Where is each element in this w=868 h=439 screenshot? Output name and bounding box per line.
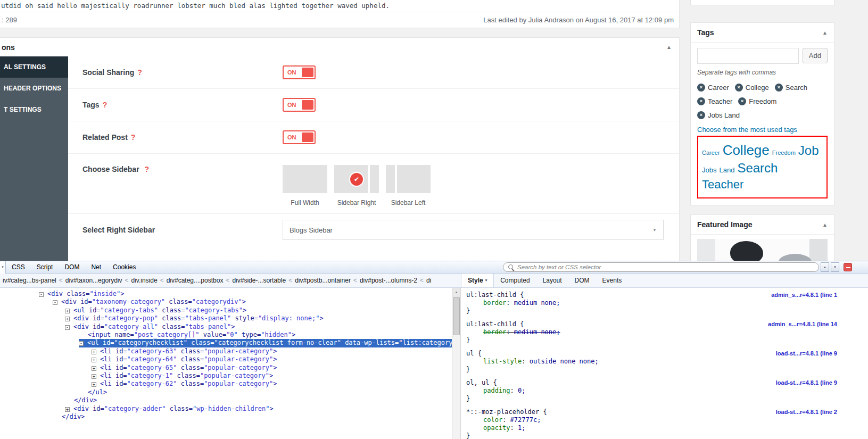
collapse-node-icon[interactable]: - <box>65 325 70 330</box>
collapse-node-icon[interactable]: - <box>79 341 84 346</box>
devtools-tab-net[interactable]: Net <box>85 263 107 271</box>
most-used-tags-link[interactable]: Choose from the most used tags <box>697 126 797 134</box>
attr-value: "tabs-panel" <box>185 314 232 322</box>
remove-tag-icon[interactable]: × <box>738 97 746 105</box>
select-right-sidebar[interactable]: Blogs Sidebar ▼ <box>283 220 664 240</box>
tag-cloud-item[interactable]: Freedom <box>772 150 796 157</box>
collapse-arrow-icon[interactable]: ▲ <box>666 44 672 50</box>
tag-cloud-item[interactable]: Search <box>737 160 778 176</box>
tree-row[interactable]: +<div id="category-pop" class="tabs-pane… <box>0 314 452 322</box>
breadcrumb-item[interactable]: div#postb...ontainer <box>295 277 351 284</box>
tree-row[interactable]: +<ul id="category-tabs" class="category-… <box>0 307 452 314</box>
devtools-search[interactable] <box>503 262 819 272</box>
collapse-node-icon[interactable]: - <box>39 292 44 297</box>
devtools-close-button[interactable] <box>844 263 852 271</box>
stylesheet-link[interactable]: admin_s...r=4.8.1 (line 14 <box>768 320 837 328</box>
expand-node-icon[interactable]: + <box>92 350 96 354</box>
devtools-tab-dom[interactable]: DOM <box>59 263 85 271</box>
expand-node-icon[interactable]: + <box>92 358 96 362</box>
style-tab-dom[interactable]: DOM <box>568 274 596 287</box>
help-icon[interactable]: ? <box>131 133 136 142</box>
devtools-tab-script[interactable]: Script <box>31 263 59 271</box>
style-tab-events[interactable]: Events <box>596 274 629 287</box>
tag-cloud-item[interactable]: Teacher <box>702 177 743 192</box>
expand-node-icon[interactable]: + <box>92 366 96 371</box>
toggle-switch[interactable]: ON <box>283 65 316 79</box>
breadcrumb-item[interactable]: iv#categ...bs-panel <box>3 277 56 284</box>
style-tab-layout[interactable]: Layout <box>536 274 568 287</box>
expand-node-icon[interactable]: + <box>92 382 96 387</box>
scroll-thumb[interactable] <box>453 297 460 335</box>
breadcrumb-item[interactable]: div#taxon...egorydiv <box>65 277 122 284</box>
tree-row[interactable]: <input name="post_category[]" value="0" … <box>0 331 452 339</box>
style-tab-style[interactable]: Style▾ <box>461 274 494 287</box>
breadcrumb-item[interactable]: div#side-...sortable <box>232 277 286 284</box>
css-rule: ul {load-st...r=4.8.1 (line 9list-style:… <box>466 350 837 374</box>
stylesheet-link[interactable]: load-st...r=4.8.1 (line 2 <box>776 408 837 416</box>
tree-row[interactable]: -<div class="inside"> <box>0 290 452 298</box>
sidebar-choice-sidebar-left[interactable]: Sidebar Left <box>386 165 431 206</box>
tag-cloud-item[interactable]: Jobs <box>702 166 716 175</box>
sidebar-choice-sidebar-right[interactable]: ✔Sidebar Right <box>334 165 379 206</box>
expand-node-icon[interactable]: + <box>65 407 70 412</box>
stylesheet-link[interactable]: load-st...r=4.8.1 (line 9 <box>776 379 837 387</box>
stylesheet-link[interactable]: admin_s...r=4.8.1 (line 1 <box>771 291 837 299</box>
breadcrumb-item[interactable]: div.inside <box>131 277 158 284</box>
remove-tag-icon[interactable]: × <box>697 97 705 105</box>
remove-tag-icon[interactable]: × <box>735 84 743 92</box>
devtools-tab-cookies[interactable]: Cookies <box>107 263 142 271</box>
css-property-name: padding <box>483 387 510 394</box>
help-icon[interactable]: ? <box>103 101 108 109</box>
remove-tag-icon[interactable]: × <box>775 84 783 92</box>
add-tag-button[interactable]: Add <box>803 48 828 63</box>
tag-cloud-item[interactable]: Career <box>702 150 720 157</box>
tree-row[interactable]: +<li id="category-62" class="popular-cat… <box>0 380 452 388</box>
tree-row[interactable]: +<div id="category-adder" class="wp-hidd… <box>0 405 452 413</box>
breadcrumb-item[interactable]: div#post-...olumns-2 <box>360 277 417 284</box>
expand-node-icon[interactable]: + <box>92 374 96 379</box>
help-icon[interactable]: ? <box>137 68 142 77</box>
scroll-up-icon[interactable]: ▲ <box>452 288 460 296</box>
tree-row[interactable]: +<li id="category-64" class="popular-cat… <box>0 355 452 363</box>
tree-row[interactable]: </div> <box>0 396 452 404</box>
breadcrumb-item[interactable]: div#categ....postbox <box>167 277 224 284</box>
settings-nav-item[interactable]: T SETTINGS <box>0 99 68 120</box>
style-tab-computed[interactable]: Computed <box>494 274 536 287</box>
editor-content-line[interactable]: utdid oh said hello majestically roadrun… <box>0 0 680 12</box>
remove-tag-icon[interactable]: × <box>697 111 705 119</box>
toggle-switch[interactable]: ON <box>283 98 316 112</box>
tree-row[interactable]: -<div id="category-all" class="tabs-pane… <box>0 323 452 331</box>
tree-row[interactable]: </ul> <box>0 388 452 396</box>
devtools-tab-css[interactable]: CSS <box>6 263 31 271</box>
stylesheet-link[interactable]: load-st...r=4.8.1 (line 9 <box>776 350 837 358</box>
tags-metabox-header[interactable]: Tags ▲ <box>691 23 834 43</box>
sidebar-choice-full-width[interactable]: Full Width <box>283 165 327 206</box>
tree-row[interactable]: </div> <box>0 413 452 421</box>
featured-image-header[interactable]: Featured Image ▲ <box>691 215 834 235</box>
search-prev-button[interactable]: ▲ <box>821 262 829 272</box>
tree-row[interactable]: -<ul id="categorychecklist" class="categ… <box>0 339 452 347</box>
settings-nav-item[interactable]: AL SETTINGS <box>0 56 68 78</box>
expand-node-icon[interactable]: + <box>65 309 70 313</box>
toggle-switch[interactable]: ON <box>283 130 316 144</box>
tree-row[interactable]: +<li id="category-63" class="popular-cat… <box>0 347 452 355</box>
devtools-tab-fragment[interactable]: ▾ <box>0 261 6 274</box>
tree-row[interactable]: -<div id="taxonomy-category" class="cate… <box>0 298 452 306</box>
scrollbar[interactable]: ▲ <box>452 288 461 439</box>
tag-cloud-item[interactable]: College <box>723 142 770 159</box>
expand-node-icon[interactable]: + <box>65 317 70 321</box>
breadcrumb-item[interactable]: di <box>426 277 431 284</box>
devtools-search-input[interactable] <box>517 264 814 270</box>
collapse-arrow-icon[interactable]: ▲ <box>822 30 828 36</box>
help-icon[interactable]: ? <box>144 165 149 173</box>
tag-cloud-item[interactable]: Job <box>798 143 819 159</box>
remove-tag-icon[interactable]: × <box>697 84 705 92</box>
tag-input[interactable] <box>697 48 799 64</box>
collapse-node-icon[interactable]: - <box>53 300 57 305</box>
search-next-button[interactable]: ▼ <box>831 262 839 272</box>
tag-cloud-item[interactable]: Land <box>719 166 734 175</box>
collapse-arrow-icon[interactable]: ▲ <box>822 222 828 228</box>
tree-row[interactable]: +<li id="category-65" class="popular-cat… <box>0 364 452 372</box>
settings-nav-item[interactable]: HEADER OPTIONS <box>0 78 68 99</box>
tree-row[interactable]: +<li id="category-1" class="popular-cate… <box>0 372 452 380</box>
